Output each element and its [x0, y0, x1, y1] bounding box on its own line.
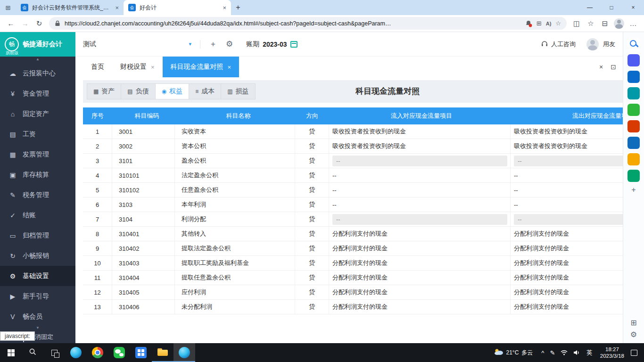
fullscreen-icon[interactable]: ⊡ [611, 63, 616, 71]
refresh-button[interactable]: ↻ [32, 17, 46, 30]
read-aloud-icon[interactable]: A) [546, 21, 552, 26]
cell-inflow-item[interactable]: 分配利润支付的现金 [329, 241, 511, 255]
sidebar-item[interactable]: ▦ 发票管理 [0, 144, 75, 165]
tab-close-icon[interactable]: × [223, 4, 226, 11]
page-tab-close-icon[interactable]: × [151, 64, 155, 71]
consult-button[interactable]: 人工咨询 [541, 40, 576, 49]
table-row[interactable]: 8 310401 其他转入 贷 分配利润支付的现金 分配利润支付的现金 [83, 227, 623, 241]
language-indicator[interactable]: 英 [583, 349, 596, 357]
table-row[interactable]: 4 310101 法定盈余公积 贷 -- -- [83, 168, 623, 183]
table-row[interactable]: 10 310403 提取职工奖励及福利基金 贷 分配利润支付的现金 分配利润支付… [83, 256, 623, 271]
profile-avatar[interactable] [614, 18, 624, 29]
cell-outflow-item[interactable]: 分配利润支付的现金 [511, 241, 623, 255]
ime-pen-icon[interactable]: ✎ [547, 349, 558, 356]
tab-close-icon[interactable]: × [115, 4, 119, 11]
cell-inflow-item[interactable]: -- [329, 183, 511, 197]
cell-inflow-item[interactable]: -- [329, 197, 511, 212]
browser-menu-icon[interactable]: … [626, 17, 640, 30]
sidebar-item[interactable]: ⚙ 基础设置 [0, 266, 75, 286]
cell-inflow-item[interactable]: 分配利润支付的现金 [329, 300, 511, 314]
sidebar-scroll-up-icon[interactable]: ▲ [0, 57, 75, 62]
sidebar-item[interactable]: ☁ 云报装中心 [0, 63, 75, 83]
file-explorer-taskbar-icon[interactable] [152, 343, 173, 362]
cell-outflow-item[interactable]: -- [511, 197, 623, 212]
shopping-icon[interactable] [627, 170, 640, 182]
cell-outflow-item[interactable]: -- [511, 183, 623, 197]
copilot-icon[interactable] [627, 54, 640, 66]
sidebar-item[interactable]: ⌂ 固定资产 [0, 104, 75, 124]
weather-widget[interactable]: 21°C 多云 [488, 343, 539, 362]
bing-search-icon[interactable] [627, 38, 640, 50]
account-settings-gear-icon[interactable]: ⚙ [226, 39, 233, 49]
page-tab[interactable]: 首页 × [83, 57, 112, 77]
table-row[interactable]: 1 3001 实收资本 贷 吸收投资者投资收到的现金 吸收投资者投资收到的现金 [83, 124, 623, 139]
cell-inflow-item[interactable]: 吸收投资者投资收到的现金 [329, 124, 511, 139]
sidebar-item[interactable]: ▣ 库存核算 [0, 165, 75, 185]
favorite-star-icon[interactable]: ☆ [555, 20, 561, 27]
accounting-app-taskbar-icon[interactable] [130, 343, 152, 362]
task-view-button[interactable] [43, 343, 65, 362]
category-tab[interactable]: ▥ 损益 [221, 83, 255, 99]
tools-icon[interactable] [627, 87, 640, 99]
sidebar-item[interactable]: ▶ 新手引导 [0, 286, 75, 306]
new-tab-button[interactable]: + [231, 3, 245, 12]
window-close-button[interactable]: × [622, 0, 644, 15]
page-tab[interactable]: 财税设置 × [112, 57, 163, 77]
favorites-icon[interactable]: ☆ [584, 17, 598, 30]
table-row[interactable]: 11 310404 提取任意盈余公积 贷 分配利润支付的现金 分配利润支付的现金 [83, 271, 623, 285]
cell-outflow-item[interactable]: -- [511, 212, 623, 226]
table-row[interactable]: 3 3101 盈余公积 贷 -- -- [83, 154, 623, 168]
user-avatar[interactable] [586, 38, 599, 50]
table-row[interactable]: 13 310406 未分配利润 贷 分配利润支付的现金 分配利润支付的现金 [83, 300, 623, 314]
cell-inflow-item[interactable]: 吸收投资者投资收到的现金 [329, 139, 511, 153]
sidebar-settings-gear-icon[interactable]: ⚙ [630, 331, 637, 338]
lock-icon[interactable] [55, 20, 60, 26]
taskbar-clock[interactable]: 18:27 2023/3/18 [596, 346, 628, 359]
chrome-taskbar-icon[interactable] [87, 343, 108, 362]
window-maximize-button[interactable]: □ [601, 0, 622, 15]
action-center-icon[interactable] [631, 350, 637, 356]
window-minimize-button[interactable]: — [579, 0, 601, 15]
cell-inflow-item[interactable]: -- [329, 212, 511, 226]
cell-inflow-item[interactable]: 分配利润支付的现金 [329, 271, 511, 285]
cell-outflow-item[interactable]: 分配利润支付的现金 [511, 227, 623, 241]
category-tab[interactable]: ▤ 负债 [121, 83, 155, 99]
url-text[interactable]: https://cloud2.chanjet.com/accounting/uh… [65, 20, 520, 27]
sidebar-customize-icon[interactable]: ⊞ [630, 319, 636, 327]
page-tab-close-icon[interactable]: × [228, 64, 231, 71]
network-icon[interactable] [558, 350, 570, 355]
workspaces-icon[interactable]: ⊞ [537, 20, 542, 27]
cell-inflow-item[interactable]: 分配利润支付的现金 [329, 285, 511, 299]
close-all-tabs-icon[interactable]: × [599, 63, 603, 71]
sidebar-item[interactable]: ✓ 结账 [0, 205, 75, 225]
cell-inflow-item[interactable]: 分配利润支付的现金 [329, 227, 511, 241]
add-account-set-button[interactable]: + [211, 40, 215, 49]
sidebar-item[interactable]: ✎ 税务管理 [0, 185, 75, 205]
cell-outflow-item[interactable]: 分配利润支付的现金 [511, 271, 623, 285]
wechat-taskbar-icon[interactable] [108, 343, 130, 362]
feed-icon[interactable] [627, 153, 640, 165]
cell-inflow-item[interactable]: 分配利润支付的现金 [329, 256, 511, 270]
sidebar-item[interactable]: ▤ 工资 [0, 124, 75, 144]
category-tab[interactable]: ▦ 资产 [87, 83, 121, 99]
games-icon[interactable] [627, 104, 640, 116]
cell-inflow-item[interactable]: -- [329, 154, 511, 168]
user-name[interactable]: 用友 [603, 40, 615, 49]
cell-inflow-item[interactable]: -- [329, 168, 511, 182]
sidebar-item[interactable]: ▭ 归档管理 [0, 225, 75, 246]
page-tab[interactable]: 科目现金流量对照 × [163, 57, 239, 77]
category-tab[interactable]: ≡ 成本 [189, 83, 221, 99]
period-selector[interactable]: 账期 2023-03 [246, 40, 297, 49]
account-set-selector[interactable]: 测试 ▾ [83, 40, 191, 49]
notifications-blocked-icon[interactable] [525, 20, 532, 27]
edge-taskbar-icon[interactable] [65, 343, 87, 362]
cell-outflow-item[interactable]: 吸收投资者投资收到的现金 [511, 139, 623, 153]
table-row[interactable]: 12 310405 应付利润 贷 分配利润支付的现金 分配利润支付的现金 [83, 285, 623, 300]
collections-icon[interactable]: ⊟ [598, 17, 612, 30]
edge-active-taskbar-icon[interactable] [173, 343, 195, 362]
cell-outflow-item[interactable]: -- [511, 154, 623, 168]
table-row[interactable]: 7 3104 利润分配 贷 -- -- [83, 212, 623, 227]
sidebar-scroll-down-icon[interactable]: ▼ [0, 325, 75, 331]
sidebar-add-icon[interactable]: + [631, 186, 636, 194]
cell-outflow-item[interactable]: 分配利润支付的现金 [511, 300, 623, 314]
